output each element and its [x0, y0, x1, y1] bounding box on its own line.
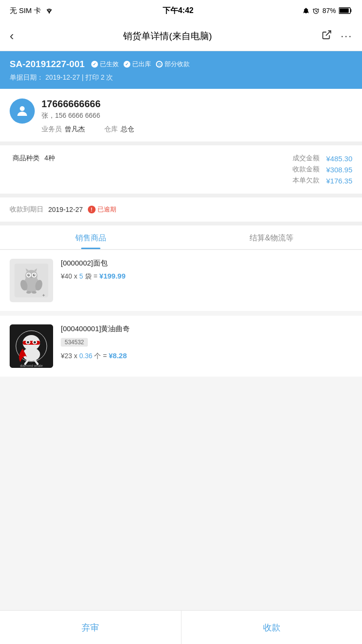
tabs-section: 销售商品 结算&物流等 [0, 225, 362, 250]
received-amount: ¥308.95 [326, 166, 352, 174]
check-icon-2 [124, 61, 130, 68]
order-id: SA-20191227-001 [10, 59, 84, 70]
product-total-2: ¥8.28 [109, 351, 127, 360]
share-button[interactable] [321, 29, 332, 42]
due-section: 收款到期日 2019-12-27 ! 已逾期 [0, 197, 362, 225]
summary-section: 商品种类 4种 成交金额 ¥485.30 收款金额 ¥308.95 本单欠款 ¥… [0, 145, 362, 197]
customer-name-phone: 张，156 6666 6666 [42, 112, 352, 120]
salesperson-item: 业务员 曾凡杰 [42, 125, 85, 134]
collect-payment-button[interactable]: 收款 [181, 611, 362, 644]
customer-info: 17666666666 张，156 6666 6666 业务员 曾凡杰 仓库 总… [42, 98, 352, 134]
nav-right-actions: ··· [321, 29, 352, 42]
svg-point-14 [34, 274, 35, 275]
svg-point-13 [28, 274, 29, 275]
product-price-2: ¥23 x 0.36 个 = ¥8.28 [61, 351, 352, 361]
product-item-1: + [0000002]面包 ¥40 x 5 袋 = ¥199.99 [0, 250, 362, 311]
warehouse-value: 总仓 [121, 125, 134, 134]
back-button[interactable]: ‹ [10, 28, 14, 43]
cancel-review-button[interactable]: 弃审 [0, 611, 181, 644]
overdue-badge: ! 已逾期 [88, 205, 116, 214]
bottom-bar: 弃审 收款 [0, 610, 362, 644]
tab-products[interactable]: 销售商品 [0, 225, 181, 249]
nav-bar: ‹ 销货单详情(来自电脑) ··· [0, 21, 362, 51]
product-info-2: [000400001]黄油曲奇 534532 ¥23 x 0.36 个 = ¥8… [61, 324, 352, 368]
customer-section: 17666666666 张，156 6666 6666 业务员 曾凡杰 仓库 总… [0, 89, 362, 145]
svg-text:+: + [42, 293, 45, 297]
location-icon [303, 7, 309, 14]
status-bar: 无 SIM 卡 下午4:42 87% [0, 0, 362, 21]
deal-amount: ¥485.30 [326, 154, 352, 163]
customer-meta: 业务员 曾凡杰 仓库 总仓 [42, 125, 352, 134]
received-row: 收款金额 ¥308.95 [292, 165, 352, 174]
badge-shipped: 已出库 [124, 60, 151, 69]
svg-rect-26 [23, 341, 40, 345]
battery-label: 87% [322, 7, 336, 14]
svg-point-5 [20, 106, 25, 111]
order-badges: 已生效 已出库 ◷ 部分收款 [91, 60, 190, 69]
amounts: 成交金额 ¥485.30 收款金额 ¥308.95 本单欠款 ¥176.35 [292, 154, 352, 185]
carrier-label: 无 SIM 卡 [10, 6, 41, 15]
product-total-1: ¥199.99 [99, 272, 125, 280]
product-item-2: diamond whale [000400001]黄油曲奇 534532 ¥23… [0, 316, 362, 377]
svg-point-30 [34, 341, 36, 344]
owed-amount: ¥176.35 [326, 177, 352, 185]
product-name-1: [0000002]面包 [61, 259, 352, 268]
more-button[interactable]: ··· [341, 30, 352, 42]
status-left: 无 SIM 卡 [10, 6, 54, 15]
svg-line-4 [326, 31, 331, 36]
product-qty-1: 5 [79, 272, 83, 280]
clock-icon: ◷ [156, 61, 163, 68]
alarm-icon [312, 7, 320, 14]
warehouse-item: 仓库 总仓 [104, 125, 134, 134]
wifi-icon [45, 7, 54, 14]
user-icon [15, 104, 29, 118]
product-name-2: [000400001]黄油曲奇 [61, 324, 352, 334]
badge-effective: 已生效 [91, 60, 119, 69]
product-image-1: + [10, 259, 53, 302]
tab-settlement[interactable]: 结算&物流等 [181, 225, 362, 249]
svg-text:diamond whale: diamond whale [20, 364, 42, 367]
salesperson-value: 曾凡杰 [65, 125, 85, 134]
page-title: 销货单详情(来自电脑) [14, 30, 321, 42]
product-qty-2: 0.36 [79, 352, 92, 360]
product-tag-2: 534532 [61, 338, 88, 347]
cookie-brand-logo: diamond whale [10, 324, 53, 368]
svg-point-29 [27, 341, 29, 344]
overdue-dot-icon: ! [88, 206, 96, 213]
order-header: SA-20191227-001 已生效 已出库 ◷ 部分收款 单据日期： 201… [0, 51, 362, 89]
svg-rect-3 [339, 9, 348, 13]
badge-partial: ◷ 部分收款 [156, 60, 190, 69]
time-label: 下午4:42 [163, 6, 194, 16]
check-icon [91, 61, 98, 68]
status-right: 87% [303, 7, 352, 14]
avatar [10, 98, 35, 124]
product-type: 商品种类 4种 [10, 154, 55, 185]
owl-logo: + [14, 264, 48, 297]
svg-point-21 [32, 291, 37, 294]
due-label: 收款到期日 [10, 205, 43, 214]
owed-row: 本单欠款 ¥176.35 [292, 176, 352, 185]
svg-point-20 [27, 291, 31, 294]
svg-point-0 [49, 13, 50, 14]
customer-account: 17666666666 [42, 98, 352, 110]
battery-icon [339, 7, 352, 14]
product-info-1: [0000002]面包 ¥40 x 5 袋 = ¥199.99 [61, 259, 352, 302]
deal-row: 成交金额 ¥485.30 [292, 154, 352, 163]
product-price-1: ¥40 x 5 袋 = ¥199.99 [61, 272, 352, 281]
order-date: 单据日期： 2019-12-27 | 打印 2 次 [10, 73, 352, 82]
product-list: + [0000002]面包 ¥40 x 5 袋 = ¥199.99 [0, 250, 362, 416]
product-image-2: diamond whale [10, 324, 53, 368]
due-date: 2019-12-27 [48, 206, 83, 213]
